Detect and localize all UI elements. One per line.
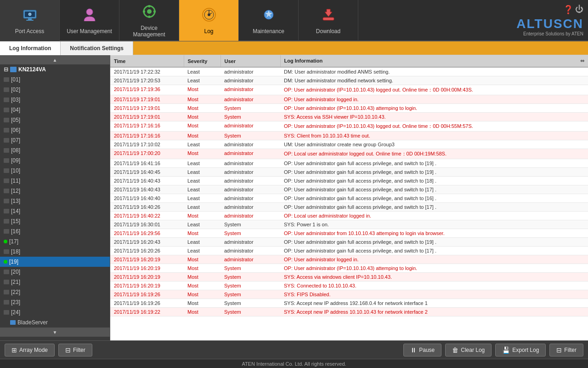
tree-blade-server[interactable]: BladeServer [0,317,110,328]
pause-button[interactable]: ⏸ Pause [403,344,441,356]
pause-icon: ⏸ [410,346,417,354]
table-row[interactable]: 2017/11/19 17:16:16MostSystemSYS: Client… [110,132,588,140]
tree-port-19[interactable]: [19] [0,257,110,267]
tree-port-16[interactable]: [16] [0,226,110,236]
tree-port-13[interactable]: [13] [0,196,110,206]
table-row[interactable]: 2017/11/19 17:16:16MostadministratorOP: … [110,121,588,132]
svg-rect-2 [28,18,32,20]
svg-rect-11 [153,11,156,12]
tree-port-23[interactable]: [23] [0,297,110,307]
table-row[interactable]: 2017/11/19 17:19:01MostadministratorOP: … [110,95,588,104]
nav-port-access-label: Port Access [15,28,44,34]
tree-root-label: KN2124VA [18,66,46,73]
table-row[interactable]: 2017/11/19 17:20:53LeastadministratorDM:… [110,76,588,85]
table-row[interactable]: 2017/11/19 16:20:19MostSystemSYS: Connec… [110,282,588,290]
tree-port-12[interactable]: [12] [0,186,110,196]
tree-port-03[interactable]: [03] [0,95,110,105]
svg-rect-9 [148,16,150,18]
logout-icon[interactable]: ⏻ [575,5,583,15]
table-row[interactable]: 2017/11/19 17:19:01MostSystemSYS: Access… [110,113,588,121]
nav-device-management[interactable]: Device Management [119,0,179,41]
port-status-icon [4,290,9,294]
port-status-icon [4,209,9,213]
port-status-icon [4,148,9,153]
port-status-icon [4,178,9,183]
tab-log-information[interactable]: Log Information [0,41,61,55]
port-status-icon [4,310,9,315]
array-mode-button[interactable]: ⊞ Array Mode [5,344,55,356]
top-nav: Port Access User Management Device Manag… [0,0,588,41]
table-row[interactable]: 2017/11/19 16:19:26MostSystemSYS: Accept… [110,299,588,308]
tab-notification-settings[interactable]: Notification Settings [61,41,133,55]
table-row[interactable]: 2017/11/19 16:40:26LeastadministratorOP:… [110,203,588,212]
brand-name: ALTUSCN [516,17,583,31]
export-log-button[interactable]: 💾 Export Log [495,344,546,356]
tree-port-11[interactable]: [11] [0,176,110,186]
tree-port-06[interactable]: [06] [0,125,110,135]
tree-port-09[interactable]: [09] [0,155,110,166]
table-row[interactable]: 2017/11/19 16:30:01LeastSystemSYS: Power… [110,220,588,229]
tree-port-24[interactable]: [24] [0,307,110,317]
table-row[interactable]: 2017/11/19 16:40:22MostadministratorOP: … [110,212,588,220]
nav-maintenance[interactable]: Maintenance [239,0,299,41]
table-row[interactable]: 2017/11/19 16:19:26MostSystemSYS: FIPS D… [110,290,588,299]
log-table-wrapper[interactable]: Time Severity User Log Information ⇔ [110,55,588,340]
tree-root-icon [10,67,17,72]
col-header-user: User [220,55,280,67]
clear-log-button[interactable]: 🗑 Clear Log [445,344,492,356]
table-row[interactable]: 2017/11/19 17:22:32LeastadministratorDM:… [110,67,588,76]
tree-port-08[interactable]: [08] [0,145,110,155]
filter-right-button[interactable]: ⊟ Filter [549,344,583,356]
table-row[interactable]: 2017/11/19 16:20:43LeastadministratorOP:… [110,238,588,247]
table-row[interactable]: 2017/11/19 16:40:43LeastadministratorOP:… [110,177,588,185]
nav-port-access[interactable]: Port Access [0,0,60,41]
table-row[interactable]: 2017/11/19 16:40:45LeastadministratorOP:… [110,168,588,177]
clear-log-icon: 🗑 [452,346,458,354]
table-row[interactable]: 2017/11/19 16:41:16LeastadministratorOP:… [110,159,588,168]
tree-port-07[interactable]: [07] [0,135,110,145]
filter-left-button[interactable]: ⊟ Filter [58,344,92,356]
table-row[interactable]: 2017/11/19 16:20:19MostSystemOP: User ad… [110,264,588,273]
port-status-icon [4,108,9,112]
table-row[interactable]: 2017/11/19 16:29:56MostSystemOP: User ad… [110,229,588,238]
table-row[interactable]: 2017/11/19 17:00:20MostadministratorOP: … [110,149,588,159]
tree-port-15[interactable]: [15] [0,216,110,226]
nav-user-management[interactable]: User Management [60,0,119,41]
tree-port-14[interactable]: [14] [0,206,110,216]
tree-port-02[interactable]: [02] [0,85,110,95]
nav-download[interactable]: Download [299,0,358,41]
tree-port-21[interactable]: [21] [0,277,110,287]
help-icon[interactable]: ❓ [563,5,573,15]
port-status-icon [4,128,9,132]
table-row[interactable]: 2017/11/19 17:10:02LeastadministratorUM:… [110,140,588,149]
table-row[interactable]: 2017/11/19 17:19:36MostadministratorOP: … [110,85,588,95]
status-text: ATEN International Co. Ltd. All rights r… [242,361,346,367]
tree-port-05[interactable]: [05] [0,115,110,125]
nav-download-label: Download [316,28,340,34]
tree-port-22[interactable]: [22] [0,287,110,297]
port-status-icon [4,87,9,92]
table-row[interactable]: 2017/11/19 16:19:22MostSystemSYS: Accept… [110,308,588,316]
tree-port-10[interactable]: [10] [0,166,110,176]
table-row[interactable]: 2017/11/19 16:20:19MostadministratorOP: … [110,255,588,264]
table-row[interactable]: 2017/11/19 16:40:40LeastadministratorOP:… [110,194,588,203]
expand-col-icon[interactable]: ⇔ [580,58,584,64]
tree-port-17[interactable]: [17] [0,236,110,247]
table-row[interactable]: 2017/11/19 17:19:01MostSystemOP: User ad… [110,104,588,113]
table-row[interactable]: 2017/11/19 16:20:19MostSystemSYS: Access… [110,273,588,282]
tree-port-18[interactable]: [18] [0,247,110,257]
sidebar-scroll-down[interactable]: ▼ [0,328,110,337]
sidebar-scroll-up[interactable]: ▲ [0,55,110,64]
tree-port-01[interactable]: [01] [0,75,110,85]
nav-log[interactable]: Log [179,0,239,41]
tree-port-04[interactable]: [04] [0,105,110,115]
bottom-toolbar: ⊞ Array Mode ⊟ Filter ⏸ Pause 🗑 Clear Lo… [0,340,588,359]
log-table: Time Severity User Log Information ⇔ [110,55,588,316]
status-bar: ATEN International Co. Ltd. All rights r… [0,359,588,368]
table-row[interactable]: 2017/11/19 16:20:26LeastadministratorOP:… [110,247,588,255]
tree-port-20[interactable]: [20] [0,267,110,277]
svg-marker-19 [325,9,332,17]
table-row[interactable]: 2017/11/19 16:40:43LeastadministratorOP:… [110,185,588,194]
port-status-icon [4,240,7,243]
tree-root[interactable]: ⊟ KN2124VA [0,64,110,75]
